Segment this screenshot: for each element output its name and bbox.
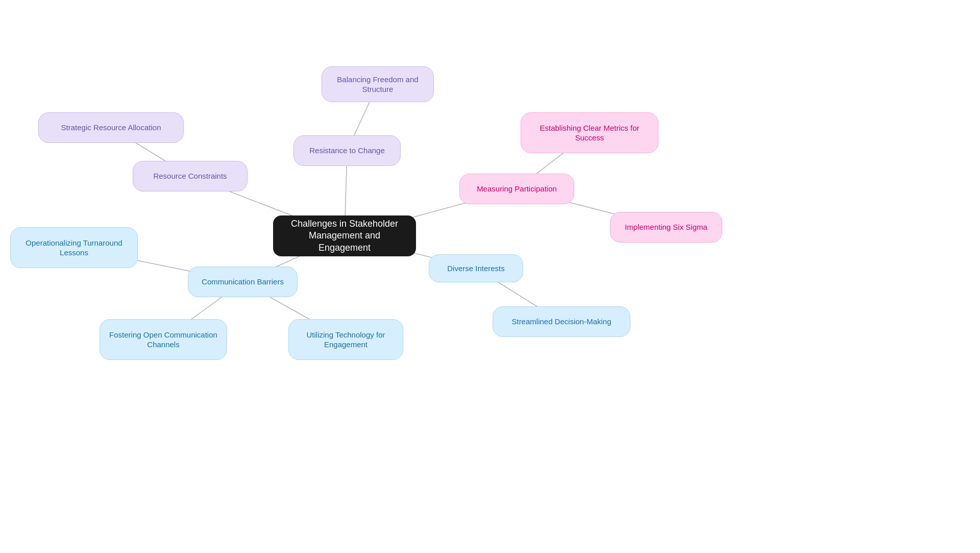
utilizing-node: Utilizing Technology for Engagement <box>288 319 403 360</box>
center-node: Challenges in Stakeholder Management and… <box>273 215 416 256</box>
resource-node: Resource Constraints <box>133 161 248 191</box>
streamlined-node: Streamlined Decision-Making <box>493 306 630 337</box>
resistance-node: Resistance to Change <box>293 135 401 166</box>
establishing-node: Establishing Clear Metrics for Success <box>521 112 658 153</box>
operationalizing-node: Operationalizing Turnaround Lessons <box>10 227 138 268</box>
balancing-node: Balancing Freedom and Structure <box>322 66 434 102</box>
fostering-node: Fostering Open Communication Channels <box>100 319 227 360</box>
diverse-node: Diverse Interests <box>429 254 523 282</box>
measuring-node: Measuring Participation <box>459 174 574 204</box>
communication-node: Communication Barriers <box>188 267 298 297</box>
implementing-node: Implementing Six Sigma <box>610 212 722 243</box>
strategic-node: Strategic Resource Allocation <box>38 112 184 143</box>
